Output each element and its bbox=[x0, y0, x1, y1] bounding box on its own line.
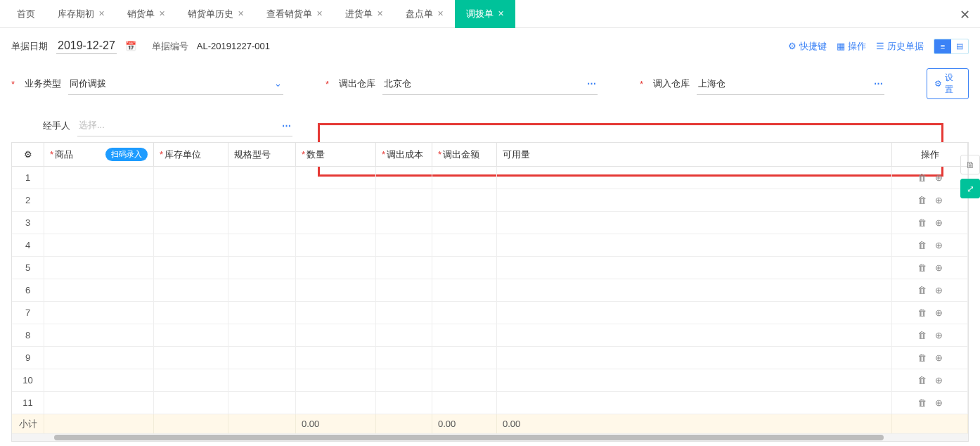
calendar-icon[interactable]: 📅 bbox=[125, 41, 136, 51]
handler-field[interactable]: 经手人 选择...⋯ bbox=[11, 115, 292, 136]
cell-qty[interactable] bbox=[296, 167, 376, 189]
date-value[interactable]: 2019-12-27 bbox=[56, 38, 117, 54]
cell-unit[interactable] bbox=[154, 324, 228, 346]
cell-available[interactable] bbox=[497, 324, 892, 346]
table-row[interactable]: 1🗑⊕ bbox=[12, 167, 968, 189]
delete-icon[interactable]: 🗑 bbox=[917, 330, 927, 340]
cell-cost[interactable] bbox=[376, 324, 432, 346]
tab-sales-doc[interactable]: 销货单✕ bbox=[116, 0, 176, 28]
cell-available[interactable] bbox=[497, 302, 892, 324]
cell-unit[interactable] bbox=[154, 212, 228, 234]
cell-cost[interactable] bbox=[376, 212, 432, 234]
close-icon[interactable]: ✕ bbox=[98, 9, 105, 18]
cell-unit[interactable] bbox=[154, 234, 228, 256]
cell-amount[interactable] bbox=[432, 369, 497, 391]
table-row[interactable]: 4🗑⊕ bbox=[12, 234, 968, 257]
delete-icon[interactable]: 🗑 bbox=[917, 262, 927, 273]
add-icon[interactable]: ⊕ bbox=[935, 262, 943, 273]
cell-available[interactable] bbox=[497, 257, 892, 279]
cell-available[interactable] bbox=[497, 369, 892, 391]
cell-product[interactable] bbox=[44, 392, 154, 414]
cell-amount[interactable] bbox=[432, 302, 497, 324]
cell-qty[interactable] bbox=[296, 302, 376, 324]
add-icon[interactable]: ⊕ bbox=[935, 375, 943, 386]
cell-spec[interactable] bbox=[228, 167, 296, 189]
view-toggle[interactable]: ≡ ▤ bbox=[934, 39, 969, 54]
close-icon[interactable]: ✕ bbox=[316, 9, 323, 18]
scan-entry-button[interactable]: 扫码录入 bbox=[105, 148, 148, 161]
cell-unit[interactable] bbox=[154, 369, 228, 391]
cell-spec[interactable] bbox=[228, 369, 296, 391]
delete-icon[interactable]: 🗑 bbox=[917, 307, 927, 318]
cell-product[interactable] bbox=[44, 302, 154, 324]
cell-amount[interactable] bbox=[432, 189, 497, 211]
table-row[interactable]: 11🗑⊕ bbox=[12, 392, 968, 414]
cell-product[interactable] bbox=[44, 167, 154, 189]
cell-product[interactable] bbox=[44, 212, 154, 234]
tab-inventory-initial[interactable]: 库存期初✕ bbox=[46, 0, 116, 28]
chevron-down-icon[interactable]: ⌄ bbox=[274, 78, 282, 89]
add-icon[interactable]: ⊕ bbox=[935, 285, 943, 295]
more-icon[interactable]: ⋯ bbox=[587, 78, 596, 89]
add-icon[interactable]: ⊕ bbox=[935, 330, 943, 340]
out-warehouse-field[interactable]: * 调出仓库 北京仓⋯ bbox=[325, 68, 598, 99]
add-icon[interactable]: ⊕ bbox=[935, 195, 943, 205]
cell-unit[interactable] bbox=[154, 257, 228, 279]
cell-amount[interactable] bbox=[432, 392, 497, 414]
cell-qty[interactable] bbox=[296, 212, 376, 234]
cell-available[interactable] bbox=[497, 234, 892, 256]
table-row[interactable]: 9🗑⊕ bbox=[12, 347, 968, 369]
delete-icon[interactable]: 🗑 bbox=[917, 375, 927, 386]
add-icon[interactable]: ⊕ bbox=[935, 217, 943, 228]
add-icon[interactable]: ⊕ bbox=[935, 172, 943, 183]
cell-amount[interactable] bbox=[432, 279, 497, 301]
cell-spec[interactable] bbox=[228, 392, 296, 414]
cell-cost[interactable] bbox=[376, 234, 432, 256]
close-icon[interactable]: ✕ bbox=[498, 9, 504, 18]
cell-cost[interactable] bbox=[376, 347, 432, 369]
cell-available[interactable] bbox=[497, 347, 892, 369]
cell-product[interactable] bbox=[44, 369, 154, 391]
tab-sales-history[interactable]: 销货单历史✕ bbox=[176, 0, 255, 28]
cell-unit[interactable] bbox=[154, 347, 228, 369]
cell-cost[interactable] bbox=[376, 369, 432, 391]
cell-unit[interactable] bbox=[154, 279, 228, 301]
cell-qty[interactable] bbox=[296, 324, 376, 346]
cell-unit[interactable] bbox=[154, 392, 228, 414]
cell-available[interactable] bbox=[497, 279, 892, 301]
delete-icon[interactable]: 🗑 bbox=[917, 217, 927, 228]
tab-transfer[interactable]: 调拨单✕ bbox=[455, 0, 515, 28]
close-icon[interactable]: ✕ bbox=[238, 9, 244, 18]
cell-spec[interactable] bbox=[228, 257, 296, 279]
cell-cost[interactable] bbox=[376, 189, 432, 211]
delete-icon[interactable]: 🗑 bbox=[917, 240, 927, 250]
add-icon[interactable]: ⊕ bbox=[935, 352, 943, 363]
cell-spec[interactable] bbox=[228, 324, 296, 346]
delete-icon[interactable]: 🗑 bbox=[917, 172, 927, 183]
cell-unit[interactable] bbox=[154, 302, 228, 324]
delete-icon[interactable]: 🗑 bbox=[917, 285, 927, 295]
cell-available[interactable] bbox=[497, 189, 892, 211]
cell-cost[interactable] bbox=[376, 302, 432, 324]
cell-qty[interactable] bbox=[296, 392, 376, 414]
cell-spec[interactable] bbox=[228, 347, 296, 369]
more-icon[interactable]: ⋯ bbox=[874, 78, 883, 89]
cell-spec[interactable] bbox=[228, 234, 296, 256]
delete-icon[interactable]: 🗑 bbox=[917, 195, 927, 205]
hotkey-link[interactable]: ⚙快捷键 bbox=[788, 40, 827, 53]
cell-product[interactable] bbox=[44, 257, 154, 279]
list-view-icon[interactable]: ≡ bbox=[934, 39, 951, 53]
cell-spec[interactable] bbox=[228, 302, 296, 324]
add-icon[interactable]: ⊕ bbox=[935, 240, 943, 250]
biz-type-field[interactable]: * 业务类型 同价调拨⌄ bbox=[11, 68, 283, 99]
table-row[interactable]: 5🗑⊕ bbox=[12, 257, 968, 279]
cell-product[interactable] bbox=[44, 324, 154, 346]
add-icon[interactable]: ⊕ bbox=[935, 307, 943, 318]
tab-view-sales[interactable]: 查看销货单✕ bbox=[255, 0, 334, 28]
tab-home[interactable]: 首页 bbox=[6, 0, 46, 28]
table-row[interactable]: 10🗑⊕ bbox=[12, 369, 968, 392]
cell-amount[interactable] bbox=[432, 347, 497, 369]
close-icon[interactable]: ✕ bbox=[159, 9, 165, 18]
history-link[interactable]: ☰历史单据 bbox=[876, 40, 924, 53]
cell-amount[interactable] bbox=[432, 212, 497, 234]
